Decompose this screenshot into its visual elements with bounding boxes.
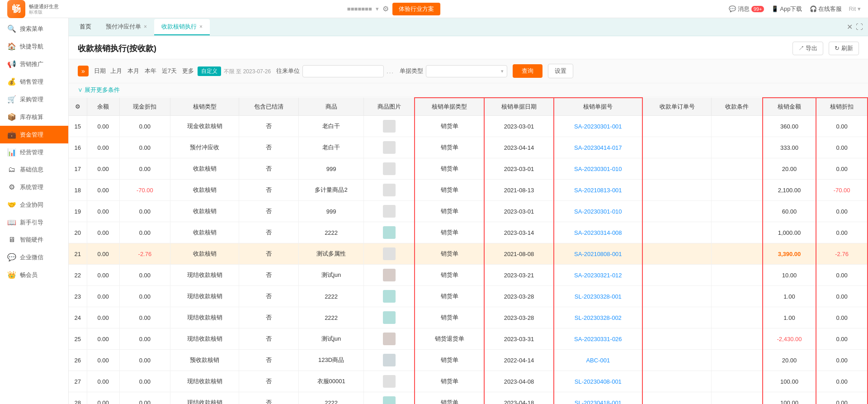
date-btn-more[interactable]: 更多 xyxy=(180,66,196,76)
tab-home[interactable]: 首页 xyxy=(72,19,99,35)
td-cash-discount: 0.00 xyxy=(119,116,170,137)
settings-button[interactable]: 设置 xyxy=(548,64,573,78)
td-collection-condition xyxy=(712,137,763,158)
sidebar-item-inventory[interactable]: 📦 库存核算 xyxy=(0,108,68,126)
sidebar-label-finance: 资金管理 xyxy=(20,131,43,139)
td-goods: 123D商品 xyxy=(299,350,363,371)
tab-collection-label: 收款核销执行 xyxy=(161,23,197,31)
row-number: 24 xyxy=(69,307,87,328)
col-header-setting[interactable]: ⚙ xyxy=(69,98,87,116)
td-writeoff-type: 收款核销 xyxy=(170,201,239,222)
sidebar-item-wechat[interactable]: 💬 企业微信 xyxy=(0,248,68,266)
partner-input[interactable] xyxy=(302,65,384,77)
writeoff-bill-no-link[interactable]: SA-20210808-001 xyxy=(574,251,622,257)
online-service[interactable]: 🎧 在线客服 xyxy=(810,5,842,13)
user-avatar[interactable]: Rit ▾ xyxy=(849,5,861,12)
td-balance: 0.00 xyxy=(87,307,119,328)
writeoff-bill-no-link[interactable]: SL-20230328-002 xyxy=(575,314,622,321)
td-writeoff-bill-no: SA-20230314-008 xyxy=(554,222,642,243)
solution-btn[interactable]: 体验行业方案 xyxy=(392,3,440,15)
sidebar-item-purchase[interactable]: 🛒 采购管理 xyxy=(0,90,68,108)
sidebar-item-basic[interactable]: 🗂 基础信息 xyxy=(0,161,68,178)
purchase-icon: 🛒 xyxy=(7,95,16,104)
col-header-collection-order: 收款单订单号 xyxy=(642,98,712,116)
wechat-icon: 💬 xyxy=(7,253,16,261)
tab-prepay[interactable]: 预付冲应付单 × xyxy=(99,19,154,35)
td-balance: 0.00 xyxy=(87,180,119,201)
td-balance: 0.00 xyxy=(87,328,119,350)
writeoff-bill-no-link[interactable]: SA-20230314-008 xyxy=(574,229,622,236)
tab-collection-close[interactable]: × xyxy=(199,24,203,30)
writeoff-bill-no-link[interactable]: SL-20230408-001 xyxy=(575,378,622,385)
col-header-include-settled: 包含已结清 xyxy=(239,98,299,116)
sidebar-item-guide[interactable]: 📖 新手引导 xyxy=(0,214,68,231)
export-button[interactable]: ↗ 导出 xyxy=(793,42,824,55)
voucher-select[interactable] xyxy=(426,65,507,77)
window-maximize-icon[interactable]: ⛶ xyxy=(854,22,864,32)
writeoff-bill-no-link[interactable]: SA-20230301-001 xyxy=(574,123,622,130)
table-container[interactable]: ⚙ 余额 现金折扣 核销类型 包含已结清 商品 商品图片 核销单据类型 核销单据… xyxy=(69,97,868,404)
td-writeoff-type: 现结收款核销 xyxy=(170,307,239,328)
td-cash-discount: 0.00 xyxy=(119,158,170,180)
expand-more-btn[interactable]: ∨ 展开更多条件 xyxy=(78,86,859,94)
sidebar-item-business[interactable]: 📊 经营管理 xyxy=(0,143,68,161)
td-writeoff-bill-type: 销货单 xyxy=(415,350,484,371)
row-number: 19 xyxy=(69,201,87,222)
td-writeoff-amount: 100.00 xyxy=(763,392,816,404)
chevron-down-icon[interactable]: ▾ xyxy=(376,5,379,12)
query-button[interactable]: 查询 xyxy=(513,64,542,78)
sidebar-item-finance[interactable]: 💼 资金管理 xyxy=(0,126,68,143)
writeoff-bill-no-link[interactable]: SA-20230414-017 xyxy=(574,144,622,151)
app-download[interactable]: 📱 App下载 xyxy=(771,5,802,13)
sidebar-item-quick[interactable]: 🏠 快捷导航 xyxy=(0,38,68,55)
td-goods-img xyxy=(363,180,415,201)
td-include-settled: 否 xyxy=(239,328,299,350)
writeoff-bill-no-link[interactable]: SA-20230301-010 xyxy=(574,166,622,172)
sidebar-item-member[interactable]: 👑 畅会员 xyxy=(0,266,68,284)
top-bar-right: 💬 消息 99+ 📱 App下载 🎧 在线客服 Rit ▾ xyxy=(729,5,861,13)
td-writeoff-bill-no: SA-20230414-017 xyxy=(554,137,642,158)
td-writeoff-amount: 360.00 xyxy=(763,116,816,137)
td-writeoff-amount: 60.00 xyxy=(763,201,816,222)
table-row: 150.000.00现金收款核销否老白干销货单2023-03-01SA-2023… xyxy=(69,116,868,137)
date-btn-7days[interactable]: 近7天 xyxy=(160,66,179,76)
tab-collection[interactable]: 收款核销执行 × xyxy=(154,19,210,35)
table-row: 190.000.00收款核销否999销货单2023-03-01SA-202303… xyxy=(69,201,868,222)
tab-prepay-close[interactable]: × xyxy=(144,24,147,30)
date-btn-this-month[interactable]: 本月 xyxy=(126,66,141,76)
sidebar-item-hardware[interactable]: 🖥 智能硬件 xyxy=(0,231,68,248)
refresh-button[interactable]: ↻ 刷新 xyxy=(829,42,859,55)
writeoff-bill-no-link[interactable]: ABC-001 xyxy=(586,357,610,364)
sidebar-item-marketing[interactable]: 📢 营销推广 xyxy=(0,55,68,73)
main-table: ⚙ 余额 现金折扣 核销类型 包含已结清 商品 商品图片 核销单据类型 核销单据… xyxy=(69,97,868,404)
sidebar-item-sales[interactable]: 💰 销售管理 xyxy=(0,73,68,90)
td-balance: 0.00 xyxy=(87,371,119,392)
tab-home-label: 首页 xyxy=(80,23,91,31)
sidebar-item-system[interactable]: ⚙ 系统管理 xyxy=(0,178,68,196)
td-goods: 老白干 xyxy=(299,116,363,137)
date-btn-last-month[interactable]: 上月 xyxy=(108,66,124,76)
date-label: 日期 xyxy=(94,67,106,75)
td-cash-discount: -70.00 xyxy=(119,180,170,201)
writeoff-bill-no-link[interactable]: SA-20230301-010 xyxy=(574,208,622,215)
window-close-icon[interactable]: ✕ xyxy=(844,22,854,32)
td-collection-condition xyxy=(712,158,763,180)
td-goods-img xyxy=(363,392,415,404)
writeoff-bill-no-link[interactable]: SA-20210813-001 xyxy=(574,187,622,194)
date-btn-this-year[interactable]: 本年 xyxy=(143,66,158,76)
td-writeoff-bill-no: SA-20230301-010 xyxy=(554,201,642,222)
td-collection-order-no xyxy=(642,201,712,222)
gear-icon[interactable]: ⚙ xyxy=(382,5,389,13)
row-number: 17 xyxy=(69,158,87,180)
message-group[interactable]: 💬 消息 99+ xyxy=(729,5,764,13)
writeoff-bill-no-link[interactable]: SL-20230328-001 xyxy=(575,293,622,300)
date-custom-btn[interactable]: 自定义 xyxy=(198,67,221,76)
sidebar-item-enterprise[interactable]: 🤝 企业协同 xyxy=(0,196,68,214)
partner-dots[interactable]: ... xyxy=(387,68,394,75)
writeoff-bill-no-link[interactable]: SA-20230331-026 xyxy=(574,336,622,342)
writeoff-bill-no-link[interactable]: SL-20230418-001 xyxy=(575,399,622,404)
filter-expand-button[interactable]: » xyxy=(78,66,89,76)
sidebar-item-search[interactable]: 🔍 搜索菜单 xyxy=(0,20,68,38)
writeoff-bill-no-link[interactable]: SA-20230321-012 xyxy=(574,272,622,279)
td-collection-condition xyxy=(712,307,763,328)
